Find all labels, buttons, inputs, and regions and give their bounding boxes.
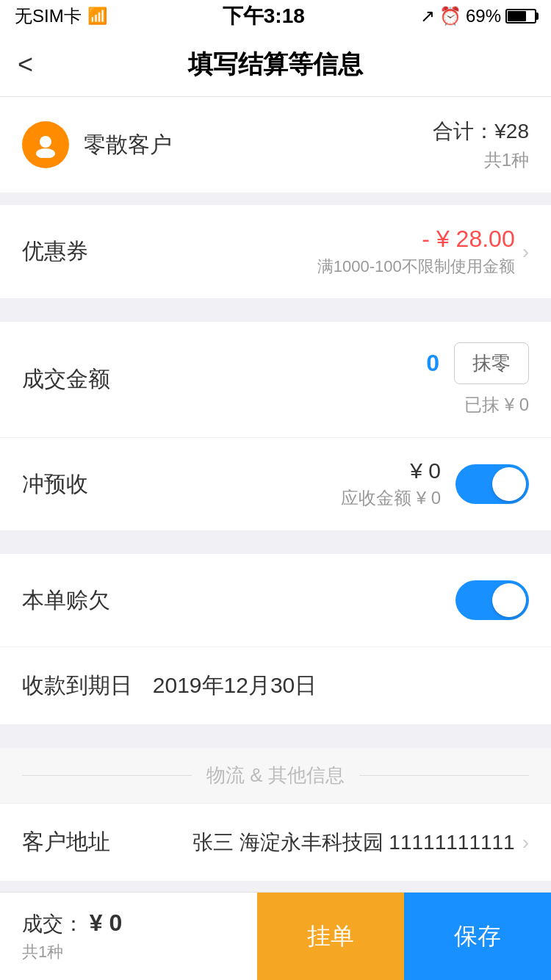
prepay-label: 冲预收 <box>22 469 88 500</box>
customer-count: 共1种 <box>433 148 529 172</box>
customer-left: 零散客户 <box>22 121 172 168</box>
save-button[interactable]: 保存 <box>404 893 551 981</box>
address-chevron-icon: › <box>522 831 529 854</box>
due-date-row: 收款到期日 2019年12月30日 <box>0 646 551 724</box>
chevron-right-icon: › <box>522 240 529 264</box>
deal-amount-value[interactable]: 0 <box>410 350 439 377</box>
customer-right: 合计：¥28 共1种 <box>433 118 529 172</box>
prepay-row: 冲预收 ¥ 0 应收金额 ¥ 0 <box>0 438 551 530</box>
bottom-summary: 成交： ¥ 0 共1种 <box>0 909 257 963</box>
customer-total: 合计：¥28 <box>433 118 529 145</box>
wifi-icon: 📶 <box>87 7 107 26</box>
section-divider-2 <box>0 542 551 554</box>
address-row[interactable]: 客户地址 张三 海淀永丰科技园 11111111111 › <box>0 803 551 881</box>
bottom-count: 共1种 <box>22 941 235 963</box>
battery-percent: 69% <box>466 6 501 26</box>
nav-bar: < 填写结算等信息 <box>0 32 551 97</box>
coupon-label: 优惠券 <box>22 237 88 267</box>
coupon-right: - ¥ 28.00 满1000-100不限制使用金额 › <box>317 226 529 278</box>
coupon-discount: - ¥ 28.00 <box>317 226 515 253</box>
due-date-label: 收款到期日 <box>22 673 132 697</box>
status-right: ↗ ⏰ 69% <box>420 6 536 26</box>
svg-point-0 <box>40 136 51 148</box>
debit-section: 本单赊欠 收款到期日 2019年12月30日 <box>0 554 551 724</box>
coupon-row[interactable]: 优惠券 - ¥ 28.00 满1000-100不限制使用金额 › <box>0 205 551 298</box>
section-divider-1 <box>0 310 551 322</box>
debit-toggle[interactable] <box>455 580 529 620</box>
logistics-label: 物流 & 其他信息 <box>206 763 345 788</box>
status-bar: 无SIM卡 📶 下午3:18 ↗ ⏰ 69% <box>0 0 551 32</box>
bottom-bar: 成交： ¥ 0 共1种 挂单 保存 <box>0 892 551 980</box>
logistics-header: 物流 & 其他信息 <box>0 748 551 803</box>
hold-button[interactable]: 挂单 <box>257 893 404 981</box>
customer-name: 零散客户 <box>84 130 172 160</box>
deal-amount-row: 成交金额 0 抹零 已抹 ¥ 0 <box>0 322 551 438</box>
prepay-receivable: 应收金额 ¥ 0 <box>341 486 441 510</box>
deal-amount-sub: 已抹 ¥ 0 <box>464 393 529 417</box>
address-right: 张三 海淀永丰科技园 11111111111 › <box>170 829 529 857</box>
sim-text: 无SIM卡 <box>15 4 82 28</box>
address-label: 客户地址 <box>22 827 110 857</box>
bottom-deal-row: 成交： ¥ 0 <box>22 909 235 938</box>
alarm-icon: ⏰ <box>439 6 461 26</box>
coupon-right-inner: - ¥ 28.00 满1000-100不限制使用金额 <box>317 226 515 278</box>
avatar <box>22 121 69 168</box>
prepay-amount: ¥ 0 <box>341 458 441 483</box>
toggle-knob <box>492 467 526 501</box>
debit-toggle-knob <box>492 583 526 617</box>
debit-row: 本单赊欠 <box>0 554 551 646</box>
deal-amount-right: 0 抹零 <box>410 342 529 384</box>
svg-point-1 <box>36 148 55 158</box>
round-zero-button[interactable]: 抹零 <box>454 342 529 384</box>
customer-row: 零散客户 合计：¥28 共1种 <box>0 97 551 193</box>
location-icon: ↗ <box>420 6 435 26</box>
content: 零散客户 合计：¥28 共1种 优惠券 - ¥ 28.00 满1000-100不… <box>0 97 551 980</box>
page-title: 填写结算等信息 <box>188 48 363 82</box>
bottom-deal-label: 成交： <box>22 912 84 935</box>
debit-label: 本单赊欠 <box>22 586 110 616</box>
back-button[interactable]: < <box>18 49 33 80</box>
customer-section: 零散客户 合计：¥28 共1种 <box>0 97 551 193</box>
status-left: 无SIM卡 📶 <box>15 4 107 28</box>
section-divider-3 <box>0 736 551 748</box>
form-section: 成交金额 0 抹零 已抹 ¥ 0 冲预收 ¥ 0 应收金额 ¥ 0 <box>0 322 551 530</box>
address-value: 张三 海淀永丰科技园 11111111111 <box>192 829 515 857</box>
prepay-toggle[interactable] <box>455 464 529 504</box>
battery-icon <box>505 9 536 24</box>
status-time: 下午3:18 <box>223 2 305 30</box>
deal-amount-label: 成交金额 <box>22 364 110 394</box>
divider-line-right <box>359 775 529 776</box>
coupon-section[interactable]: 优惠券 - ¥ 28.00 满1000-100不限制使用金额 › <box>0 205 551 298</box>
bottom-deal-amount: ¥ 0 <box>90 909 122 936</box>
due-date-value: 2019年12月30日 <box>153 673 317 697</box>
divider-line-left <box>22 775 192 776</box>
coupon-desc: 满1000-100不限制使用金额 <box>317 256 515 278</box>
